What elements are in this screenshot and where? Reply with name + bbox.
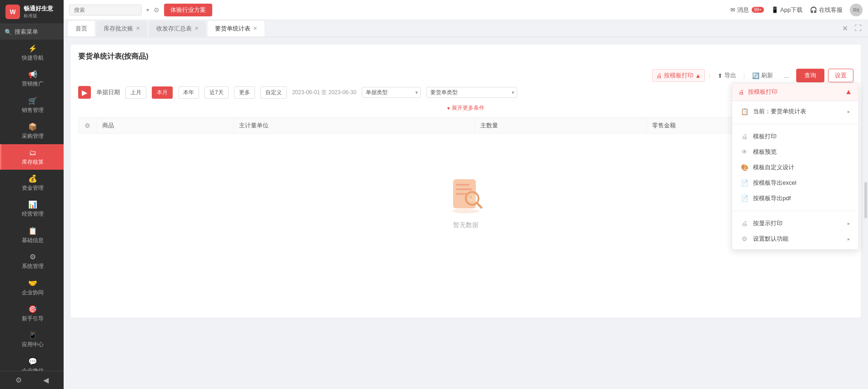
expand-conditions-btn[interactable]: ▾ 展开更多条件 <box>447 104 484 112</box>
dropdown-close-btn[interactable]: ▲ <box>845 88 852 96</box>
export-btn[interactable]: ⬆ 导出 <box>714 70 740 81</box>
tab-receipt-summary[interactable]: 收发存汇总表 ✕ <box>149 21 206 36</box>
topbar-search-input[interactable] <box>69 5 142 15</box>
tab-close-receipt-summary[interactable]: ✕ <box>195 25 199 31</box>
template-custom-icon: 🎨 <box>740 164 748 171</box>
sidebar-item-newuser[interactable]: 🎯 新手引导 <box>0 300 64 326</box>
user-avatar[interactable]: Rit <box>850 4 863 16</box>
template-preview-icon: 👁 <box>740 148 748 156</box>
custom-date-btn[interactable]: 自定义 <box>260 86 287 99</box>
order-type-wrapper: 单据类型 <box>362 87 421 98</box>
tab-order-stats[interactable]: 要货单统计表 ✕ <box>208 21 264 36</box>
svg-rect-2 <box>456 184 469 186</box>
current-year-btn[interactable]: 本年 <box>178 86 199 99</box>
query-btn[interactable]: 查询 <box>796 69 824 82</box>
tab-home[interactable]: 首页 <box>68 21 95 36</box>
dropdown-divider-1 <box>732 124 858 124</box>
yh-type-select[interactable]: 要货单类型 <box>426 87 517 98</box>
settings-bottom-btn[interactable]: ⚙ <box>15 376 22 384</box>
sidebar-item-enterprise[interactable]: 🤝 企业协同 <box>0 274 64 300</box>
main-area: ▾ ⚙ 体验行业方案 ✉ 消息 99+ 📱 App下载 🎧 在线客服 Rit <box>64 0 868 389</box>
sidebar-item-appcenter[interactable]: 📱 应用中心 <box>0 326 64 352</box>
right-scrollbar[interactable] <box>864 182 867 218</box>
sidebar-item-purchase[interactable]: 📦 采购管理 <box>0 118 64 144</box>
sidebar-item-marketing[interactable]: 📢 营销推广 <box>0 66 64 91</box>
dropdown-item-export-excel[interactable]: 📄 按模板导出excel <box>732 175 858 191</box>
operations-icon: 📊 <box>28 200 37 209</box>
current-month-btn[interactable]: 本月 <box>152 86 173 99</box>
prev-month-btn[interactable]: 上月 <box>125 86 146 99</box>
inventory-icon: 🗂 <box>29 149 36 157</box>
divider-1: | <box>708 72 710 79</box>
export-icon: ⬆ <box>718 72 723 79</box>
dropdown-item-template-preview[interactable]: 👁 模板预览 <box>732 144 858 160</box>
marketing-icon: 📢 <box>28 70 37 79</box>
date-range-display: 2023-06-01 至 2023-06-30 <box>292 89 356 96</box>
refresh-btn[interactable]: 🔄 刷新 <box>748 70 777 81</box>
empty-text: 暂无数据 <box>453 221 479 229</box>
print-arrow-up-icon: ▲ <box>695 72 701 79</box>
trial-btn[interactable]: 体验行业方案 <box>164 4 212 16</box>
app-download-btn[interactable]: 📱 App下载 <box>771 6 803 14</box>
tab-close-all-btn[interactable]: ✕ <box>840 23 850 34</box>
topbar-dropdown-arrow[interactable]: ▾ <box>146 7 149 13</box>
newuser-icon: 🎯 <box>28 305 37 313</box>
purchase-icon: 📦 <box>28 122 37 131</box>
template-print-btn[interactable]: 🖨 按模板打印 ▲ <box>652 69 705 82</box>
more-btn[interactable]: ... <box>780 71 793 81</box>
tab-close-inventory-batch[interactable]: ✕ <box>136 25 140 31</box>
sidebar-search[interactable]: 🔍 搜索菜单 <box>0 24 64 40</box>
empty-illustration <box>443 170 489 216</box>
last7days-btn[interactable]: 近7天 <box>205 86 229 99</box>
svg-point-8 <box>469 196 472 198</box>
sidebar-item-sales[interactable]: 🛒 销售管理 <box>0 92 64 118</box>
message-icon: ✉ <box>730 6 735 13</box>
dropdown-display-print[interactable]: 🖨 按显示打印 ▸ <box>732 216 858 231</box>
customer-service-btn[interactable]: 🎧 在线客服 <box>810 6 843 14</box>
tab-maximize-btn[interactable]: ⛶ <box>853 23 863 34</box>
default-func-arrow: ▸ <box>848 236 850 242</box>
sales-icon: 🛒 <box>28 96 37 105</box>
dropdown-item-export-pdf[interactable]: 📄 按模板导出pdf <box>732 191 858 206</box>
sidebar-item-operations[interactable]: 📊 经营管理 <box>0 196 64 222</box>
table-settings-icon[interactable]: ⚙ <box>85 122 90 129</box>
export-excel-icon: 📄 <box>740 179 748 187</box>
dropdown-section-items: 🖨 模板打印 👁 模板预览 🎨 模板自定义设计 📄 按模板导出excel 📄 <box>732 126 858 209</box>
basic-icon: 📋 <box>28 227 37 235</box>
col-quantity: 主数量 <box>475 118 647 134</box>
col-settings[interactable]: ⚙ <box>79 118 97 134</box>
topbar-gear-icon[interactable]: ⚙ <box>154 6 160 14</box>
message-btn[interactable]: ✉ 消息 99+ <box>730 6 764 14</box>
message-badge: 99+ <box>752 7 764 13</box>
dropdown-current-template[interactable]: 📋 当前：要货单统计表 ▸ <box>732 104 858 119</box>
sidebar-item-basic[interactable]: 📋 基础信息 <box>0 222 64 248</box>
tab-close-order-stats[interactable]: ✕ <box>253 25 257 31</box>
dropdown-print-icon: 🖨 <box>738 89 744 96</box>
sidebar-item-finance[interactable]: 💰 资金管理 <box>0 170 64 196</box>
export-pdf-icon: 📄 <box>740 195 748 202</box>
yh-type-wrapper: 要货单类型 <box>426 87 517 98</box>
order-type-select[interactable]: 单据类型 <box>362 87 421 98</box>
dropdown-current-left: 📋 当前：要货单统计表 <box>740 107 806 116</box>
dropdown-item-template-custom[interactable]: 🎨 模板自定义设计 <box>732 160 858 175</box>
svg-point-0 <box>452 209 479 213</box>
dropdown-default-func[interactable]: ⚙ 设置默认功能 ▸ <box>732 231 858 247</box>
sidebar-item-wechat[interactable]: 💬 企业微信 <box>0 353 64 371</box>
tab-inventory-batch[interactable]: 库存批次账 ✕ <box>96 21 147 36</box>
dropdown-divider-2 <box>732 211 858 211</box>
settings-btn[interactable]: 设置 <box>828 69 853 82</box>
dropdown-header-left: 🖨 按模板打印 <box>738 88 778 96</box>
dropdown-header: 🖨 按模板打印 ▲ <box>732 83 858 101</box>
sidebar-item-system[interactable]: ⚙ 系统管理 <box>0 248 64 274</box>
dropdown-item-template-print[interactable]: 🖨 模板打印 <box>732 129 858 144</box>
more-date-btn[interactable]: 更多 <box>234 86 255 99</box>
sidebar-item-shortcut[interactable]: ⚡ 快捷导航 <box>0 40 64 66</box>
divider-2: | <box>743 72 745 79</box>
collapse-btn[interactable]: ◀ <box>43 376 49 384</box>
template-print-dropdown: 🖨 按模板打印 ▲ 📋 当前：要货单统计表 ▸ 🖨 模板打 <box>732 83 859 250</box>
svg-point-6 <box>469 195 476 202</box>
sidebar-item-inventory[interactable]: 🗂 库存核算 <box>0 144 64 170</box>
filter-expand-icon-btn[interactable]: ▶ <box>78 86 91 99</box>
topbar-right: ✉ 消息 99+ 📱 App下载 🎧 在线客服 Rit <box>730 4 863 16</box>
template-print-item-icon: 🖨 <box>740 133 748 140</box>
